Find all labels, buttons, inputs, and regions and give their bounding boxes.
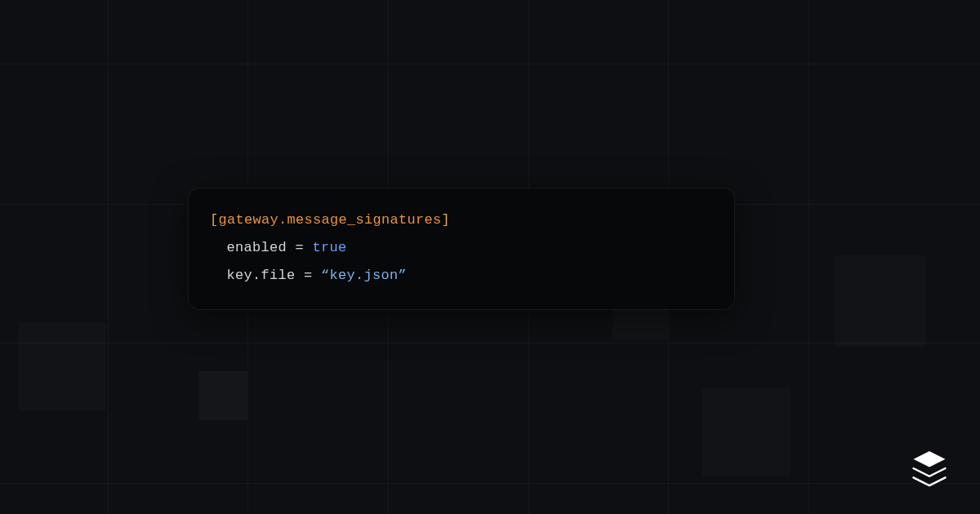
config-code-block: [gateway.message_signatures] enabled = t… bbox=[188, 188, 735, 310]
config-key: key.file bbox=[226, 268, 295, 283]
config-section-header: [gateway.message_signatures] bbox=[210, 206, 713, 234]
config-section-name: gateway.message_signatures bbox=[219, 212, 442, 228]
config-key: enabled bbox=[226, 240, 287, 255]
config-line: key.file = “key.json” bbox=[210, 262, 713, 290]
config-line: enabled = true bbox=[210, 234, 713, 262]
decorative-square bbox=[18, 322, 106, 410]
config-value: “key.json” bbox=[321, 268, 407, 283]
decorative-square bbox=[702, 388, 791, 476]
stack-logo-icon bbox=[908, 447, 951, 490]
decorative-square bbox=[198, 371, 247, 420]
decorative-square bbox=[835, 255, 926, 347]
config-value: true bbox=[312, 240, 346, 255]
